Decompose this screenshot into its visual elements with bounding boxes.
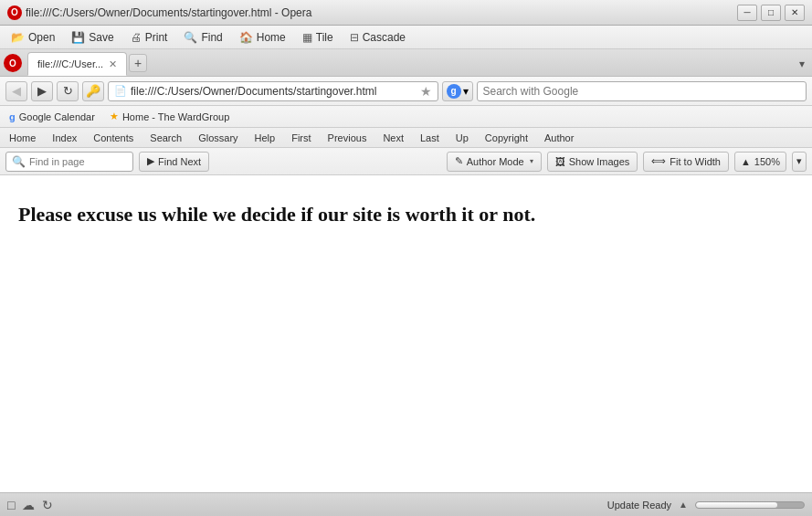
bookmark-home-wardgroup[interactable]: ★ Home - The WardGroup <box>106 109 233 124</box>
opera-icon: O <box>7 5 22 20</box>
menu-print[interactable]: 🖨 Print <box>123 28 175 47</box>
address-bar: ◀ ▶ ↻ 🔑 📄 ★ g ▾ <box>0 77 812 106</box>
zoom-button[interactable]: ▲ 150% <box>734 152 786 172</box>
menu-cascade[interactable]: ⊟ Cascade <box>343 28 413 47</box>
find-input-wrapper: 🔍 <box>5 152 133 172</box>
find-next-icon: ▶ <box>147 155 154 167</box>
search-dropdown-icon: ▾ <box>463 85 469 98</box>
google-calendar-icon: g <box>9 111 16 122</box>
status-progress-fill <box>696 502 777 508</box>
nav-up[interactable]: Up <box>454 131 470 145</box>
nav-index[interactable]: Index <box>50 131 79 145</box>
bookmark-google-calendar[interactable]: g Google Calendar <box>5 110 99 124</box>
reload-button[interactable]: ↻ <box>57 81 79 101</box>
ward-star-icon: ★ <box>110 111 119 122</box>
menu-print-label: Print <box>145 31 168 44</box>
cascade-icon: ⊟ <box>350 31 359 44</box>
menu-home[interactable]: 🏠 Home <box>232 28 293 47</box>
find-next-button[interactable]: ▶ Find Next <box>139 152 209 172</box>
status-reload-icon: ↻ <box>42 498 53 512</box>
menu-open-label: Open <box>28 31 55 44</box>
nav-copyright[interactable]: Copyright <box>483 131 530 145</box>
tab-close-icon[interactable]: ✕ <box>109 58 117 70</box>
fit-to-width-button[interactable]: ⟺ Fit to Width <box>643 152 729 172</box>
open-icon: 📂 <box>11 31 25 44</box>
zoom-dropdown-button[interactable]: ▾ <box>792 152 807 172</box>
menu-tile[interactable]: ▦ Tile <box>295 28 341 47</box>
find-icon: 🔍 <box>184 31 197 44</box>
page-nav-bar: Home Index Contents Search Glossary Help… <box>0 128 812 148</box>
search-engine-button[interactable]: g ▾ <box>442 81 473 101</box>
status-progress-bar <box>695 501 805 509</box>
main-heading: Please excuse us while we decide if our … <box>18 203 535 226</box>
home-nav-button[interactable]: 🔑 <box>82 81 104 101</box>
fit-to-width-icon: ⟺ <box>651 155 666 167</box>
zoom-label: 150% <box>754 156 780 167</box>
status-bar: □ ☁ ↻ Update Ready ▲ <box>0 492 812 516</box>
status-left: □ ☁ ↻ <box>7 498 53 512</box>
tab-opera-logo: O <box>4 54 22 72</box>
menu-save[interactable]: 💾 Save <box>64 28 121 47</box>
nav-help[interactable]: Help <box>253 131 278 145</box>
save-icon: 💾 <box>71 31 85 44</box>
status-cloud-icon: ☁ <box>22 498 35 512</box>
status-up-icon: ▲ <box>679 500 688 510</box>
nav-glossary[interactable]: Glossary <box>196 131 239 145</box>
menu-bar: 📂 Open 💾 Save 🖨 Print 🔍 Find 🏠 Home ▦ Ti… <box>0 26 812 49</box>
tab-bar-right: ▾ <box>796 56 808 72</box>
fit-to-width-label: Fit to Width <box>670 156 721 167</box>
menu-tile-label: Tile <box>316 31 333 44</box>
bookmark-google-calendar-label: Google Calendar <box>19 111 95 122</box>
search-input[interactable] <box>483 85 602 98</box>
menu-save-label: Save <box>89 31 113 44</box>
tab-scroll-arrow[interactable]: ▾ <box>796 56 808 72</box>
nav-contents[interactable]: Contents <box>91 131 135 145</box>
find-next-label: Find Next <box>158 156 201 167</box>
status-window-icon: □ <box>7 498 15 512</box>
menu-open[interactable]: 📂 Open <box>4 28 62 47</box>
nav-author[interactable]: Author <box>543 131 575 145</box>
title-bar: O file:///C:/Users/Owner/Documents/start… <box>0 0 812 26</box>
show-images-button[interactable]: 🖼 Show Images <box>547 152 638 172</box>
forward-button[interactable]: ▶ <box>31 81 53 101</box>
bookmark-star-icon[interactable]: ★ <box>420 84 432 99</box>
home-icon: 🏠 <box>239 31 253 44</box>
minimize-button[interactable]: ─ <box>737 5 757 21</box>
find-input[interactable] <box>29 156 121 167</box>
author-mode-button[interactable]: ✎ Author Mode ▾ <box>447 152 542 172</box>
close-button[interactable]: ✕ <box>785 5 805 21</box>
status-right: Update Ready ▲ <box>607 500 805 511</box>
zoom-up-icon[interactable]: ▲ <box>741 156 751 167</box>
address-input[interactable] <box>131 85 417 98</box>
find-search-icon: 🔍 <box>12 155 26 168</box>
show-images-label: Show Images <box>569 156 630 167</box>
author-mode-dropdown-arrow: ▾ <box>530 157 533 165</box>
back-button[interactable]: ◀ <box>5 81 27 101</box>
main-content: Please excuse us while we decide if our … <box>0 175 812 492</box>
nav-search[interactable]: Search <box>148 131 184 145</box>
maximize-button[interactable]: □ <box>761 5 781 21</box>
nav-first[interactable]: First <box>290 131 312 145</box>
show-images-icon: 🖼 <box>555 156 565 167</box>
page-icon: 📄 <box>114 85 127 97</box>
tab-label: file:///C:/User... <box>37 58 103 69</box>
menu-cascade-label: Cascade <box>363 31 406 44</box>
window-title: file:///C:/Users/Owner/Documents/startin… <box>26 6 311 19</box>
title-bar-left: O file:///C:/Users/Owner/Documents/start… <box>7 5 311 20</box>
google-icon: g <box>447 84 461 99</box>
nav-previous[interactable]: Previous <box>326 131 369 145</box>
menu-find-label: Find <box>201 31 222 44</box>
nav-home[interactable]: Home <box>7 131 37 145</box>
author-mode-label: Author Mode <box>467 156 524 167</box>
nav-last[interactable]: Last <box>418 131 441 145</box>
tab-active[interactable]: file:///C:/User... ✕ <box>27 52 127 76</box>
tab-add-button[interactable]: + <box>129 54 147 72</box>
menu-find[interactable]: 🔍 Find <box>176 28 229 47</box>
window-controls: ─ □ ✕ <box>737 5 805 21</box>
nav-next[interactable]: Next <box>381 131 406 145</box>
menu-home-label: Home <box>257 31 286 44</box>
print-icon: 🖨 <box>131 31 142 44</box>
tile-icon: ▦ <box>302 31 312 44</box>
search-input-wrapper <box>477 81 807 101</box>
bookmark-home-wardgroup-label: Home - The WardGroup <box>122 111 229 122</box>
